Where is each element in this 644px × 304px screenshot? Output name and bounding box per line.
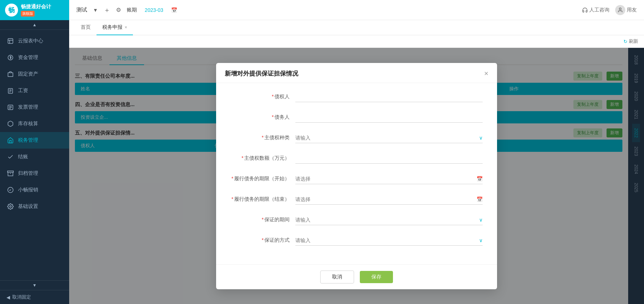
form-date-lvxing-start[interactable]: 📅 [295,174,483,184]
sidebar-item-label-gudingzichan: 固定资产 [18,71,38,77]
chart-icon [6,37,14,45]
clipboard-icon [6,87,14,95]
sidebar-item-yunbaobiao[interactable]: 云报表中心 [0,33,69,49]
sidebar-bottom-btn[interactable]: ◀ 取消固定 [0,290,69,304]
topbar-service-label: 人工咨询 [589,7,609,13]
form-label-baozheng-period: *保证的期间 [231,217,295,223]
save-button[interactable]: 保存 [360,271,393,283]
svg-rect-0 [8,38,13,44]
topbar-settings-icon[interactable]: ⚙ [116,6,121,13]
modal-dialog: 新增对外提供保证担保情况 × *债权人 [216,63,497,289]
topbar-period-label: 账期 [127,7,137,13]
form-label-lvxing-start: *履行债务的期限（开始） [231,176,295,182]
sidebar-item-gongzi[interactable]: 工资 [0,82,69,99]
svg-point-16 [619,8,621,10]
sidebar-item-kucun[interactable]: 库存核算 [0,115,69,132]
modal-close-btn[interactable]: × [484,70,488,77]
sidebar-item-label-jichushezhi: 基础设置 [18,203,38,210]
sidebar-logo: 畅 畅捷通好会计 旗舰版 [0,0,69,20]
required-star: * [272,94,274,99]
cancel-button[interactable]: 取消 [320,271,354,283]
form-input-zhaiwuren[interactable] [295,112,483,123]
sidebar-item-label-gongzi: 工资 [18,87,28,94]
form-label-baozheng-way: *保证的方式 [231,237,295,244]
box-icon [6,120,14,128]
modal-body: *债权人 *债务人 [216,83,497,264]
expense-icon [6,186,14,194]
form-row-baozheng-period: *保证的期间 ∨ [231,215,483,225]
calendar-icon-end[interactable]: 📅 [477,196,483,202]
sidebar-item-shuiwu[interactable]: 税务管理 [0,132,69,149]
form-input-zhaiquanren[interactable] [295,92,483,102]
logo-text-wrap: 畅捷通好会计 旗舰版 [21,4,51,17]
form-row-zhaiwuren: *债务人 [231,112,483,123]
sidebar-item-jiezhang[interactable]: 结账 [0,149,69,165]
form-date-input-lvxing-end[interactable] [295,196,477,202]
tax-icon [6,136,14,144]
sidebar-item-label-xiaochang: 小畅报销 [18,187,38,193]
page-toolbar: ↻ 刷新 [69,35,644,48]
modal-backdrop: 新增对外提供保证担保情况 × *债权人 [69,48,644,304]
topbar-service-btn[interactable]: 人工咨询 [582,7,609,13]
form-select-zhuzhaiquanzhonglei[interactable]: ∨ [295,133,483,143]
refresh-label: 刷新 [629,38,638,45]
svg-point-15 [10,206,12,208]
tab-shuiwu-close[interactable]: × [125,25,127,30]
topbar-add-btn[interactable]: ＋ [104,6,110,14]
form-select-baozheng-period[interactable]: ∨ [295,215,483,225]
form-label-zhuzhaiquanzhonglei: *主债权种类 [231,135,295,141]
form-select-input-baozheng-way[interactable] [295,237,479,243]
form-select-baozheng-way[interactable]: ∨ [295,235,483,246]
logo-icon: 畅 [5,4,18,17]
tab-home[interactable]: 首页 [75,20,97,35]
required-star-8: * [262,237,264,243]
topbar-company: 测试 [76,6,87,13]
form-row-zhuzhaiquanzhonglei: *主债权种类 ∨ [231,133,483,143]
tab-shuiwu-label: 税务申报 [102,24,122,31]
form-select-input-baozheng-period[interactable] [295,217,479,223]
topbar-user-label: 用友 [627,7,637,13]
sidebar-item-gudingzichan[interactable]: 固定资产 [0,66,69,82]
tab-shuiwu[interactable]: 税务申报 × [97,20,133,35]
sidebar-item-jichushezhi[interactable]: 基础设置 [0,198,69,215]
topbar-dropdown-arrow[interactable]: ▼ [93,7,98,13]
required-star-7: * [262,217,264,222]
refresh-btn[interactable]: ↻ 刷新 [623,38,638,45]
invoice-icon [6,103,14,111]
content-area: 基础信息 其他信息 三、有限责任公司本年度... 复制上年度 新增 [69,48,644,304]
sidebar-scroll-up[interactable]: ▲ [0,20,69,30]
form-select-input-zhuzhaiquanzhonglei[interactable] [295,135,479,141]
sidebar-item-guidang[interactable]: 归档管理 [0,165,69,182]
logo-main-text: 畅捷通好会计 [21,4,51,10]
calendar-icon-start[interactable]: 📅 [477,176,483,182]
sidebar-nav: 云报表中心 资金管理 固定资产 工资 [0,30,69,280]
required-star-4: * [242,155,243,161]
modal-footer: 取消 保存 [216,264,497,289]
form-date-lvxing-end[interactable]: 📅 [295,194,483,205]
required-star-6: * [232,196,233,202]
sidebar-item-label-zijin: 资金管理 [18,54,38,61]
form-date-input-lvxing-start[interactable] [295,176,477,182]
app-container: 畅 畅捷通好会计 旗舰版 ▲ 云报表中心 资金管理 [0,0,644,304]
topbar-calendar-icon[interactable]: 📅 [171,7,177,13]
sidebar-scroll-down[interactable]: ▼ [0,280,69,290]
topbar-user-btn[interactable]: 用友 [615,5,637,15]
sidebar-item-label-fapiao: 发票管理 [18,104,38,110]
sidebar-item-xiaochang[interactable]: 小畅报销 [0,182,69,198]
sidebar-item-label-guidang: 归档管理 [18,170,38,177]
chevron-down-icon-zhuzhaiquan[interactable]: ∨ [479,135,483,141]
form-row-zhuzhaiquane: *主债权数额（万元） [231,153,483,164]
modal-title: 新增对外提供保证担保情况 [225,69,484,78]
form-input-zhuzhaiquane[interactable] [295,153,483,164]
money-icon [6,54,14,62]
chevron-down-icon-baozhengperiod[interactable]: ∨ [479,217,483,223]
check-icon [6,153,14,161]
gear-icon [6,203,14,210]
sidebar-item-zijin[interactable]: 资金管理 [0,49,69,66]
form-row-lvxing-end: *履行债务的期限（结束） 📅 [231,194,483,205]
tab-bar: 首页 税务申报 × [69,20,644,35]
chevron-down-icon-baozhengway[interactable]: ∨ [479,237,483,243]
form-label-lvxing-end: *履行债务的期限（结束） [231,196,295,203]
sidebar-item-fapiao[interactable]: 发票管理 [0,99,69,115]
required-star-3: * [262,135,264,140]
